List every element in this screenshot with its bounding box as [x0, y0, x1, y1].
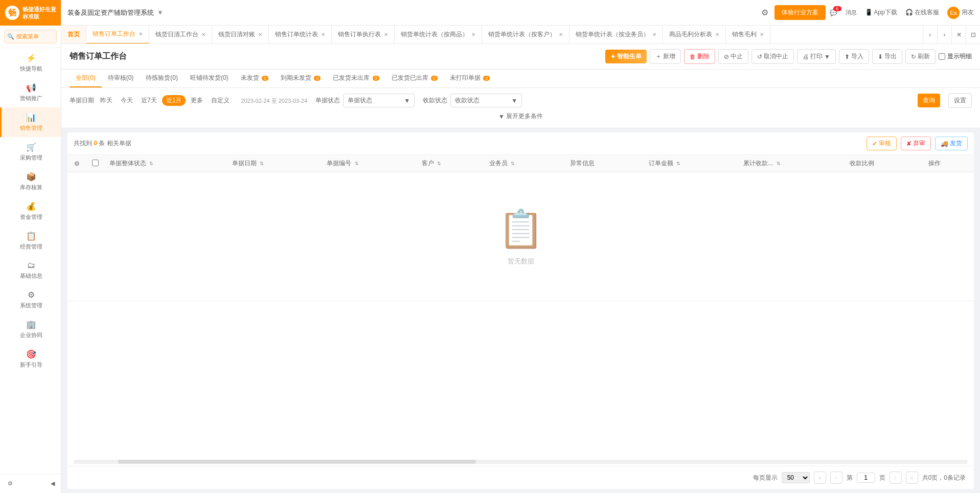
date-opt-more[interactable]: 更多 [188, 95, 206, 106]
page-size-select[interactable]: 20 50 100 [782, 472, 810, 483]
tab-sales-stat-product[interactable]: 销货单统计表（按商品） ✕ [395, 26, 482, 44]
online-service-btn[interactable]: 🎧 在线客服 [905, 8, 939, 17]
first-page-btn[interactable]: « [814, 472, 826, 484]
sidebar-item-finance[interactable]: 💰资金管理 [0, 196, 61, 226]
tab-close-icon[interactable]: ✕ [258, 32, 262, 37]
tab-sales-exec[interactable]: 销售订单执行表 ✕ [332, 26, 395, 44]
date-opt-today[interactable]: 今天 [118, 95, 136, 106]
sidebar-item-purchase[interactable]: 🛒采购管理 [0, 137, 61, 167]
tab-cash-daily[interactable]: 钱货日清工作台 ✕ [149, 26, 212, 44]
date-opt-1month[interactable]: 近1月 [162, 95, 186, 106]
tab-close-icon[interactable]: ✕ [715, 32, 719, 37]
status-select[interactable]: 单据状态 ▼ [343, 94, 415, 107]
tab-sales-workbench[interactable]: 销售订单工作台 ✕ [86, 26, 149, 44]
tab-sales-stat-customer[interactable]: 销货单统计表（按客户） ✕ [482, 26, 569, 44]
expand-conditions-btn[interactable]: ▼ 展开更多条件 [494, 110, 547, 123]
show-detail-checkbox-label[interactable]: 显示明细 [939, 52, 972, 61]
sort-icon[interactable]: ⇅ [437, 161, 441, 166]
subtab-overdue-not-shipped[interactable]: 到期未发货 0 [275, 70, 327, 87]
tab-close-icon[interactable]: ✕ [201, 32, 206, 37]
select-all-checkbox[interactable] [92, 160, 99, 166]
date-opt-7days[interactable]: 近7天 [138, 95, 160, 106]
sidebar-item-base-info[interactable]: 🗂基础信息 [0, 256, 61, 285]
sidebar-item-system[interactable]: ⚙系统管理 [0, 285, 61, 315]
unaudit-btn[interactable]: ✘ 弃审 [901, 137, 931, 150]
prev-page-btn[interactable]: ‹ [830, 472, 842, 484]
tab-close-icon[interactable]: ✕ [652, 32, 656, 37]
tab-home[interactable]: 首页 [61, 26, 86, 44]
tab-sales-stat[interactable]: 销售订单统计表 ✕ [269, 26, 332, 44]
sort-icon[interactable]: ⇅ [777, 161, 781, 166]
tab-next-btn[interactable]: › [937, 26, 951, 44]
th-checkbox[interactable] [86, 155, 104, 172]
tab-profit-analysis[interactable]: 商品毛利分析表 ✕ [663, 26, 726, 44]
subtab-shipped-not-out[interactable]: 已发货未出库 0 [327, 70, 385, 87]
subtab-all[interactable]: 全部(0) [70, 70, 102, 87]
stop-btn[interactable]: ⊘ 中止 [718, 49, 748, 64]
tab-close-icon[interactable]: ✕ [321, 32, 325, 37]
tab-close-icon[interactable]: ✕ [471, 32, 475, 37]
next-page-btn[interactable]: › [890, 472, 902, 484]
search-menu-button[interactable]: 🔍 搜索菜单 [4, 30, 57, 43]
sidebar-item-inventory[interactable]: 📦库存核算 [0, 167, 61, 196]
status-select-value: 单据状态 [348, 96, 372, 105]
th-settings[interactable]: ⚙ [67, 155, 86, 172]
sort-icon[interactable]: ⇅ [355, 161, 359, 166]
tab-close-icon[interactable]: ✕ [384, 32, 388, 37]
show-detail-checkbox[interactable] [939, 53, 945, 60]
subtab-not-shipped[interactable]: 未发货 0 [235, 70, 275, 87]
query-btn[interactable]: 查询 [918, 94, 940, 107]
sort-icon[interactable]: ⇅ [149, 161, 153, 166]
sidebar-item-operations[interactable]: 📋经营管理 [0, 226, 61, 256]
sidebar-item-marketing[interactable]: 📢营销推广 [0, 78, 61, 107]
page-number-input[interactable] [857, 473, 875, 483]
subtab-pending-review[interactable]: 待审核(0) [102, 70, 140, 87]
sort-icon[interactable]: ⇅ [260, 161, 264, 166]
tab-close-icon[interactable]: ✕ [559, 32, 563, 37]
delete-btn[interactable]: 🗑 删除 [684, 49, 715, 64]
ship-btn[interactable]: 🚚 发货 [935, 137, 968, 150]
date-opt-custom[interactable]: 自定义 [208, 95, 233, 106]
date-filter: 单据日期 昨天 今天 近7天 近1月 更多 自定义 [70, 95, 233, 106]
audit-btn[interactable]: ✔ 审核 [867, 137, 897, 150]
sidebar-item-enterprise[interactable]: 🏢企业协同 [0, 315, 61, 344]
app-download-btn[interactable]: 📱 App下载 [865, 8, 897, 17]
subtab-not-printed[interactable]: 未打印单据 0 [444, 70, 496, 87]
gear-icon[interactable]: ⚙ [761, 8, 768, 17]
tab-close-icon[interactable]: ✕ [760, 32, 764, 37]
last-page-btn[interactable]: » [906, 472, 918, 484]
sort-icon[interactable]: ⇅ [511, 161, 515, 166]
user-avatar: Ea [947, 7, 960, 19]
sidebar-item-sales[interactable]: 📊销售管理 [0, 107, 61, 137]
setting-btn[interactable]: 设置 [948, 93, 972, 108]
cancel-stop-btn[interactable]: ↺ 取消中止 [751, 49, 794, 64]
tab-prev-btn[interactable]: ‹ [923, 26, 937, 44]
industry-btn[interactable]: 体验行业方案 [774, 5, 826, 20]
user-menu[interactable]: Ea 用友 [947, 7, 974, 19]
tab-sales-more[interactable]: 销售毛利 ✕ [726, 26, 770, 44]
date-opt-yesterday[interactable]: 昨天 [97, 95, 116, 106]
export-btn[interactable]: ⬇ 导出 [872, 49, 902, 64]
subtab-wangpu-pending[interactable]: 旺铺待发货(0) [184, 70, 235, 87]
tab-sales-stat-staff[interactable]: 销货单统计表（按业务员） ✕ [569, 26, 663, 44]
refresh-btn[interactable]: ↻ 刷新 [905, 49, 936, 64]
sidebar-item-quick-nav[interactable]: ⚡快捷导航 [0, 48, 61, 78]
subtab-shipped-out[interactable]: 已发货已出库 0 [385, 70, 444, 87]
add-btn[interactable]: ＋ 新增 [650, 49, 681, 64]
subtab-pending-inspect[interactable]: 待拣验货(0) [140, 70, 184, 87]
sort-icon[interactable]: ⇅ [676, 161, 680, 166]
tab-maximize-btn[interactable]: ⊡ [966, 26, 980, 44]
payment-select[interactable]: 收款状态 ▼ [450, 94, 522, 107]
message-btn[interactable]: 💬 6 [830, 9, 837, 16]
collapse-btn[interactable]: ◀ [47, 478, 57, 489]
import-btn[interactable]: ⬆ 导入 [839, 49, 869, 64]
sidebar-item-guide[interactable]: 🎯新手引导 [0, 344, 61, 374]
tab-close-icon[interactable]: ✕ [139, 31, 143, 37]
tab-cash-reconcile[interactable]: 钱货日清对账 ✕ [212, 26, 269, 44]
scroll-thumb[interactable] [118, 460, 476, 464]
ai-generate-btn[interactable]: ✦ 智能生单 [605, 50, 647, 63]
print-btn[interactable]: 🖨 打印 ▼ [797, 49, 836, 64]
settings-btn[interactable]: ⚙ [4, 478, 15, 489]
tab-close-all-btn[interactable]: ✕ [951, 26, 966, 44]
horizontal-scrollbar[interactable] [74, 460, 968, 464]
